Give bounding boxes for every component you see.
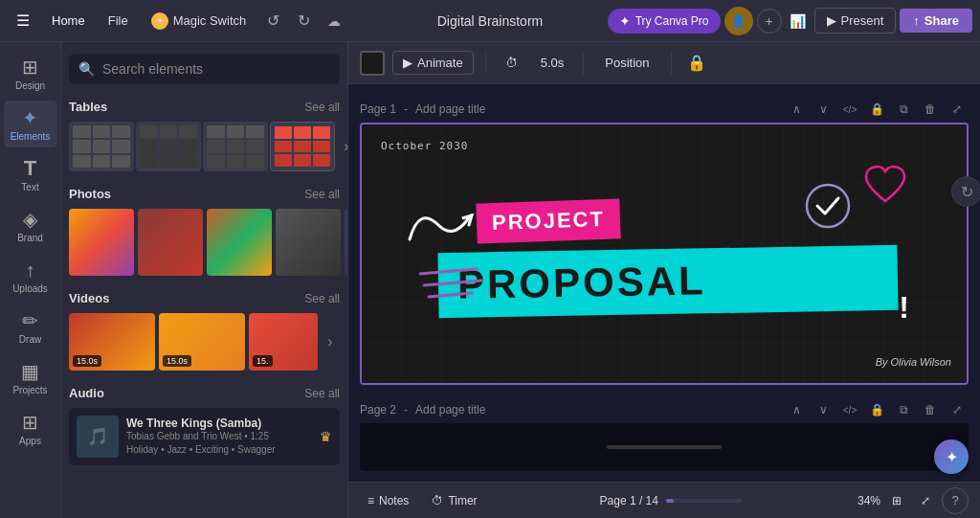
sidebar-item-elements[interactable]: ✦ Elements bbox=[4, 101, 57, 147]
user-avatar[interactable]: 👤 bbox=[724, 7, 753, 35]
audio-see-all[interactable]: See all bbox=[304, 387, 340, 400]
page2-move-up-button[interactable]: ∧ bbox=[785, 398, 808, 421]
color-picker[interactable] bbox=[360, 51, 385, 76]
pages-scroll: Page 1 - Add page title ∧ ∨ </> 🔒 ⧉ 🗑 ⤢ bbox=[348, 84, 980, 482]
page-2-controls: ∧ ∨ </> 🔒 ⧉ 🗑 ⤢ bbox=[785, 398, 969, 421]
tables-scroll-right[interactable]: › bbox=[337, 123, 348, 170]
grid-view-button[interactable]: ⊞ bbox=[884, 490, 909, 511]
svg-line-3 bbox=[429, 293, 472, 297]
photos-section: Photos See all › bbox=[69, 187, 340, 276]
zoom-value[interactable]: 34% bbox=[858, 494, 880, 507]
page-duplicate-button[interactable]: ⧉ bbox=[892, 98, 915, 121]
position-button[interactable]: Position bbox=[595, 52, 658, 74]
page-move-up-button[interactable]: ∧ bbox=[785, 98, 808, 121]
text-icon: T bbox=[24, 157, 36, 180]
sidebar-item-apps[interactable]: ⊞ Apps bbox=[4, 405, 57, 452]
redo-button[interactable]: ↻ bbox=[290, 8, 317, 34]
expand-button[interactable]: ⤢ bbox=[913, 490, 938, 511]
present-icon: ▶ bbox=[827, 13, 836, 28]
video-item-1[interactable]: 15.0s bbox=[69, 313, 155, 371]
slide-checkmark bbox=[804, 182, 852, 234]
video-item-3[interactable]: 15. bbox=[249, 313, 318, 371]
undo-button[interactable]: ↺ bbox=[259, 8, 286, 34]
magic-icon: ✦ bbox=[151, 12, 168, 30]
timer-icon: ⏱ bbox=[432, 494, 443, 507]
help-button[interactable]: ? bbox=[942, 487, 969, 514]
videos-title: Videos bbox=[69, 291, 109, 305]
sidebar-item-uploads[interactable]: ↑ Uploads bbox=[4, 253, 57, 300]
canvas-area: ▶ Animate ⏱ 5.0s Position 🔒 Page 1 - Add… bbox=[348, 42, 980, 518]
present-button[interactable]: ▶ Present bbox=[814, 8, 897, 34]
try-canva-label: Try Canva Pro bbox=[635, 14, 709, 28]
videos-see-all[interactable]: See all bbox=[304, 292, 340, 305]
analytics-button[interactable]: 📊 bbox=[786, 9, 811, 34]
audio-item-1[interactable]: 🎵 We Three Kings (Samba) Tobias Gebb and… bbox=[69, 408, 340, 465]
video-duration-2: 15.0s bbox=[163, 355, 191, 367]
sidebar-item-text[interactable]: T Text bbox=[4, 151, 57, 198]
lock-icon[interactable]: 🔒 bbox=[683, 50, 710, 76]
table-item-3[interactable] bbox=[203, 122, 268, 171]
search-input[interactable] bbox=[102, 61, 330, 77]
page-2-preview[interactable] bbox=[360, 423, 969, 471]
page-add-button[interactable]: ⤢ bbox=[946, 98, 969, 121]
page-1-add-title[interactable]: Add page title bbox=[415, 102, 485, 116]
tables-title: Tables bbox=[69, 100, 107, 114]
sidebar-item-projects[interactable]: ▦ Projects bbox=[4, 354, 57, 401]
video-item-2[interactable]: 15.0s bbox=[159, 313, 245, 371]
slide-date: October 2030 bbox=[381, 140, 468, 152]
try-canva-button[interactable]: ✦ Try Canva Pro bbox=[608, 9, 721, 34]
audio-section: Audio See all 🎵 We Three Kings (Samba) T… bbox=[69, 386, 340, 465]
table-item-4[interactable] bbox=[270, 122, 335, 171]
sidebar-item-draw[interactable]: ✏ Draw bbox=[4, 304, 57, 350]
tables-see-all[interactable]: See all bbox=[304, 101, 340, 114]
page-lock-button[interactable]: 🔒 bbox=[865, 98, 888, 121]
table-item-1[interactable] bbox=[69, 122, 134, 171]
videos-header: Videos See all bbox=[69, 291, 340, 305]
table-item-2[interactable] bbox=[136, 122, 201, 171]
page2-code-button[interactable]: </> bbox=[838, 398, 861, 421]
share-button[interactable]: ↑ Share bbox=[900, 9, 972, 33]
page-1-label: Page 1 bbox=[360, 102, 396, 116]
photos-see-all[interactable]: See all bbox=[304, 188, 340, 201]
brand-icon: ◈ bbox=[23, 208, 37, 231]
svg-line-1 bbox=[419, 269, 477, 274]
page2-delete-button[interactable]: 🗑 bbox=[919, 398, 942, 421]
document-title[interactable]: Digital Brainstorm bbox=[437, 13, 543, 29]
tables-header: Tables See all bbox=[69, 100, 340, 114]
page-1-controls: ∧ ∨ </> 🔒 ⧉ 🗑 ⤢ bbox=[785, 98, 969, 121]
page2-lock-button[interactable]: 🔒 bbox=[865, 398, 888, 421]
page2-move-down-button[interactable]: ∨ bbox=[812, 398, 835, 421]
file-button[interactable]: File bbox=[99, 10, 138, 32]
videos-scroll-right[interactable]: › bbox=[321, 313, 340, 371]
ai-assistant-button[interactable]: ✦ bbox=[934, 439, 969, 474]
sidebar-label-uploads: Uploads bbox=[12, 283, 48, 294]
home-button[interactable]: Home bbox=[42, 10, 95, 32]
photo-item-1[interactable] bbox=[69, 209, 134, 276]
page-delete-button[interactable]: 🗑 bbox=[919, 98, 942, 121]
page-code-button[interactable]: </> bbox=[838, 98, 861, 121]
bottom-bar: ≡ Notes ⏱ Timer Page 1 / 14 34% ⊞ ⤢ ? bbox=[348, 482, 980, 518]
refresh-button[interactable]: ↻ bbox=[951, 176, 980, 207]
animate-button[interactable]: ▶ Animate bbox=[392, 51, 474, 75]
notes-button[interactable]: ≡ Notes bbox=[360, 490, 416, 511]
page-move-down-button[interactable]: ∨ bbox=[812, 98, 835, 121]
photo-item-2[interactable] bbox=[138, 209, 203, 276]
canva-icon: ✦ bbox=[619, 13, 631, 29]
duration-value[interactable]: 5.0s bbox=[533, 52, 572, 74]
magic-switch-button[interactable]: ✦ Magic Switch bbox=[142, 9, 256, 34]
audio-thumbnail: 🎵 bbox=[77, 416, 119, 458]
page2-duplicate-button[interactable]: ⧉ bbox=[892, 398, 915, 421]
page-2-add-title[interactable]: Add page title bbox=[415, 403, 485, 417]
timer-button[interactable]: ⏱ Timer bbox=[424, 490, 484, 511]
add-collaborator-button[interactable]: + bbox=[757, 9, 782, 34]
photo-item-3[interactable] bbox=[207, 209, 272, 276]
hamburger-menu[interactable]: ☰ bbox=[8, 6, 38, 36]
design-icon: ⊞ bbox=[22, 56, 38, 79]
sidebar-item-design[interactable]: ⊞ Design bbox=[4, 50, 57, 97]
page2-add-button[interactable]: ⤢ bbox=[946, 398, 969, 421]
sidebar-item-brand[interactable]: ◈ Brand bbox=[4, 202, 57, 249]
slide-cyan-banner: PROPOSAL bbox=[437, 245, 898, 318]
photo-item-4[interactable] bbox=[276, 209, 341, 276]
canvas-frame-1[interactable]: October 2030 PROJECT bbox=[360, 123, 969, 385]
search-bar[interactable]: 🔍 bbox=[69, 54, 340, 84]
